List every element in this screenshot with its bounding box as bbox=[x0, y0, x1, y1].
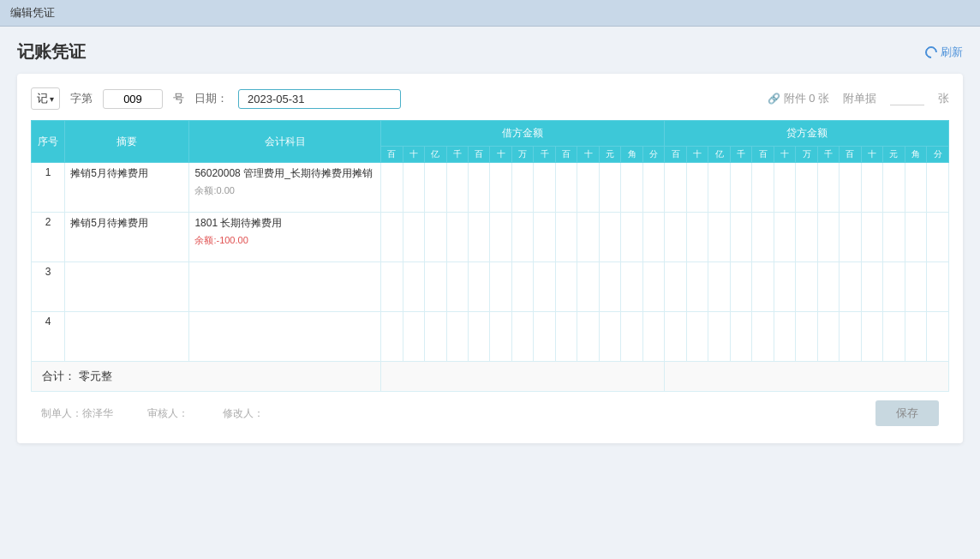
r2d7[interactable] bbox=[511, 213, 533, 262]
r4d11[interactable] bbox=[599, 312, 620, 362]
r4d8[interactable] bbox=[534, 312, 555, 362]
r1c13[interactable] bbox=[927, 163, 949, 213]
r1c8[interactable] bbox=[817, 163, 839, 213]
r1c7[interactable] bbox=[796, 163, 817, 213]
r4d5[interactable] bbox=[469, 312, 490, 362]
r4c13[interactable] bbox=[927, 312, 949, 362]
r3d1[interactable] bbox=[381, 262, 403, 312]
r4c10[interactable] bbox=[861, 312, 882, 362]
r3c9[interactable] bbox=[840, 262, 861, 312]
r4d1[interactable] bbox=[381, 312, 403, 362]
r4d13[interactable] bbox=[642, 312, 664, 362]
r4d12[interactable] bbox=[621, 312, 642, 362]
r4c9[interactable] bbox=[840, 312, 861, 362]
r4d3[interactable] bbox=[425, 312, 446, 362]
r1c4[interactable] bbox=[730, 163, 751, 213]
r3d11[interactable] bbox=[599, 262, 620, 312]
r2d6[interactable] bbox=[490, 213, 511, 262]
r2d13[interactable] bbox=[642, 213, 664, 262]
r1d2[interactable] bbox=[403, 163, 424, 213]
r2c12[interactable] bbox=[905, 213, 926, 262]
r4c5[interactable] bbox=[752, 312, 774, 362]
r1d13[interactable] bbox=[642, 163, 664, 213]
row2-account[interactable]: 1801 长期待摊费用 余额:-100.00 bbox=[189, 213, 381, 262]
r3c12[interactable] bbox=[905, 262, 926, 312]
r2d9[interactable] bbox=[555, 213, 577, 262]
r3d10[interactable] bbox=[577, 262, 599, 312]
r4c7[interactable] bbox=[796, 312, 817, 362]
r3d3[interactable] bbox=[425, 262, 446, 312]
r4d4[interactable] bbox=[446, 312, 468, 362]
r2d5[interactable] bbox=[469, 213, 490, 262]
r1c9[interactable] bbox=[840, 163, 861, 213]
r1d9[interactable] bbox=[555, 163, 577, 213]
r2c3[interactable] bbox=[708, 213, 730, 262]
r4d9[interactable] bbox=[555, 312, 577, 362]
r3c1[interactable] bbox=[665, 262, 686, 312]
r2d10[interactable] bbox=[577, 213, 599, 262]
r1d7[interactable] bbox=[511, 163, 533, 213]
r4c4[interactable] bbox=[730, 312, 751, 362]
row2-summary[interactable]: 摊销5月待摊费用 bbox=[65, 213, 189, 262]
r2d11[interactable] bbox=[599, 213, 620, 262]
save-button[interactable]: 保存 bbox=[875, 400, 939, 426]
r3d13[interactable] bbox=[642, 262, 664, 312]
ji-select[interactable]: 记 ▾ bbox=[31, 87, 60, 110]
r4c6[interactable] bbox=[774, 312, 795, 362]
r3c7[interactable] bbox=[796, 262, 817, 312]
r1d12[interactable] bbox=[621, 163, 642, 213]
r3c3[interactable] bbox=[708, 262, 730, 312]
r4d7[interactable] bbox=[511, 312, 533, 362]
r1d8[interactable] bbox=[534, 163, 555, 213]
r3d2[interactable] bbox=[403, 262, 424, 312]
r1d5[interactable] bbox=[469, 163, 490, 213]
r4c3[interactable] bbox=[708, 312, 730, 362]
r1d6[interactable] bbox=[490, 163, 511, 213]
r2d8[interactable] bbox=[534, 213, 555, 262]
r4d10[interactable] bbox=[577, 312, 599, 362]
r3c6[interactable] bbox=[774, 262, 795, 312]
r3d8[interactable] bbox=[534, 262, 555, 312]
r1c10[interactable] bbox=[861, 163, 882, 213]
r3d5[interactable] bbox=[469, 262, 490, 312]
r1d11[interactable] bbox=[599, 163, 620, 213]
r3c11[interactable] bbox=[883, 262, 905, 312]
r4c2[interactable] bbox=[686, 312, 708, 362]
r3d6[interactable] bbox=[490, 262, 511, 312]
r2c13[interactable] bbox=[927, 213, 949, 262]
r4d2[interactable] bbox=[403, 312, 424, 362]
row1-account[interactable]: 56020008 管理费用_长期待摊费用摊销 余额:0.00 bbox=[189, 163, 381, 213]
r3c5[interactable] bbox=[752, 262, 774, 312]
r3d4[interactable] bbox=[446, 262, 468, 312]
r1c11[interactable] bbox=[883, 163, 905, 213]
r4c8[interactable] bbox=[817, 312, 839, 362]
r1c3[interactable] bbox=[708, 163, 730, 213]
row3-summary[interactable] bbox=[65, 262, 189, 312]
row1-summary[interactable]: 摊销5月待摊费用 bbox=[65, 163, 189, 213]
r1d1[interactable] bbox=[381, 163, 403, 213]
zhang-input[interactable] bbox=[890, 92, 924, 105]
r1d10[interactable] bbox=[577, 163, 599, 213]
r1c2[interactable] bbox=[686, 163, 708, 213]
r1c1[interactable] bbox=[665, 163, 686, 213]
attachment-link[interactable]: 🔗 附件 0 张 bbox=[768, 91, 829, 106]
r2c2[interactable] bbox=[686, 213, 708, 262]
r3c13[interactable] bbox=[927, 262, 949, 312]
r1d4[interactable] bbox=[446, 163, 468, 213]
r2c5[interactable] bbox=[752, 213, 774, 262]
r4c11[interactable] bbox=[883, 312, 905, 362]
r4d6[interactable] bbox=[490, 312, 511, 362]
r3c8[interactable] bbox=[817, 262, 839, 312]
r1c5[interactable] bbox=[752, 163, 774, 213]
r2c11[interactable] bbox=[883, 213, 905, 262]
r4c1[interactable] bbox=[665, 312, 686, 362]
refresh-button[interactable]: 刷新 bbox=[925, 45, 963, 60]
r1c6[interactable] bbox=[774, 163, 795, 213]
zi-input[interactable] bbox=[103, 89, 163, 109]
r3d9[interactable] bbox=[555, 262, 577, 312]
r3c4[interactable] bbox=[730, 262, 751, 312]
row3-account[interactable] bbox=[189, 262, 381, 312]
r4c12[interactable] bbox=[905, 312, 926, 362]
r1d3[interactable] bbox=[425, 163, 446, 213]
r3d7[interactable] bbox=[511, 262, 533, 312]
